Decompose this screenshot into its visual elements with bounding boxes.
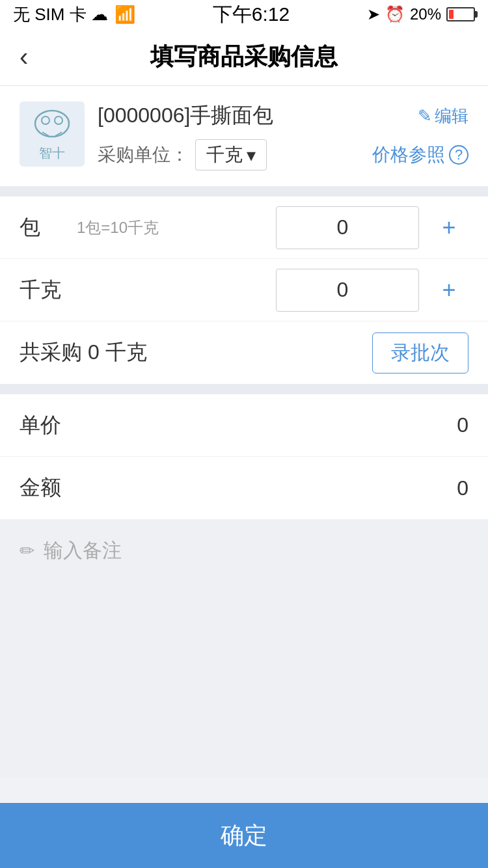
price-section: 单价 0 金额 0 — [0, 394, 488, 519]
kg-plus-button[interactable]: + — [429, 271, 468, 310]
divider-1 — [0, 186, 488, 197]
bag-input-row: 包 1包=10千克 + — [0, 197, 488, 259]
product-info: [0000006]手撕面包 ✎ 编辑 采购单位： 千克 ▾ — [98, 102, 468, 170]
divider-2 — [0, 384, 488, 394]
input-section: 包 1包=10千克 + 千克 + — [0, 197, 488, 321]
product-thumbnail: 智十 — [20, 102, 85, 167]
price-ref-label: 价格参照 — [372, 142, 445, 167]
bag-plus-icon: + — [442, 214, 455, 241]
kg-input-field: + — [72, 269, 468, 312]
unit-price-label: 单价 — [20, 411, 61, 440]
amount-row: 金额 0 — [0, 457, 488, 519]
price-ref-button[interactable]: 价格参照 ? — [372, 142, 468, 167]
product-name-row: [0000006]手撕面包 ✎ 编辑 — [98, 102, 468, 130]
kg-plus-icon: + — [442, 277, 455, 304]
page-title: 填写商品采购信息 — [150, 41, 338, 73]
unit-row: 采购单位： 千克 ▾ 价格参照 ? — [98, 139, 468, 170]
pencil-icon: ✏ — [20, 540, 34, 562]
remark-placeholder: 输入备注 — [44, 537, 122, 564]
confirm-button[interactable]: 确定 — [0, 803, 488, 868]
empty-space — [0, 582, 488, 778]
product-name: [0000006]手撕面包 — [98, 102, 273, 130]
unit-price-row: 单价 0 — [0, 394, 488, 457]
unit-label: 采购单位： — [98, 142, 189, 167]
batch-button[interactable]: 录批次 — [372, 332, 468, 373]
amount-label: 金额 — [20, 474, 61, 502]
dropdown-icon: ▾ — [247, 144, 256, 166]
unit-price-value: 0 — [457, 413, 468, 437]
summary-prefix: 共采购 — [20, 340, 82, 364]
price-ref-help-icon: ? — [449, 145, 468, 165]
battery-fill — [449, 10, 454, 19]
status-bar: 无 SIM 卡 ☁ 📶 下午6:12 ➤ ⏰ 20% — [0, 0, 488, 29]
edit-button[interactable]: ✎ 编辑 — [418, 105, 468, 128]
svg-point-2 — [55, 116, 62, 124]
summary-row: 共采购 0 千克 录批次 — [0, 321, 488, 384]
svg-point-1 — [42, 116, 49, 124]
edit-label: 编辑 — [435, 105, 468, 128]
battery-icon — [446, 7, 475, 21]
amount-value: 0 — [457, 476, 468, 500]
bag-quantity-input[interactable] — [276, 206, 419, 249]
bag-input-field: + — [159, 206, 468, 249]
scroll-content: 智十 [0000006]手撕面包 ✎ 编辑 采购单位： 千克 — [0, 86, 488, 803]
remark-section[interactable]: ✏ 输入备注 — [0, 519, 488, 582]
kg-quantity-input[interactable] — [276, 269, 419, 312]
bag-plus-button[interactable]: + — [429, 208, 468, 247]
page-wrapper: 无 SIM 卡 ☁ 📶 下午6:12 ➤ ⏰ 20% ‹ 填写商品采购信息 — [0, 0, 488, 868]
alarm-icon: ⏰ — [385, 5, 405, 23]
sim-label: 无 SIM 卡 ☁ — [13, 3, 108, 26]
status-right: ➤ ⏰ 20% — [367, 5, 475, 23]
unit-select[interactable]: 千克 ▾ — [195, 139, 267, 170]
summary-amount: 0 — [88, 340, 105, 364]
kg-input-row: 千克 + — [0, 259, 488, 321]
bag-sublabel: 1包=10千克 — [77, 217, 159, 238]
svg-point-0 — [35, 111, 69, 137]
bag-label: 包 — [20, 213, 72, 242]
back-button[interactable]: ‹ — [20, 42, 28, 72]
wifi-icon: 📶 — [115, 5, 135, 25]
status-time: 下午6:12 — [213, 1, 290, 28]
product-card: 智十 [0000006]手撕面包 ✎ 编辑 采购单位： 千克 — [0, 86, 488, 186]
summary-text: 共采购 0 千克 — [20, 338, 147, 367]
thumb-brand: 智十 — [33, 145, 72, 161]
status-left: 无 SIM 卡 ☁ 📶 — [13, 3, 135, 26]
product-thumb-text: 智十 — [33, 107, 72, 161]
battery-percent: 20% — [410, 5, 441, 23]
unit-value: 千克 — [206, 142, 243, 167]
nav-bar: ‹ 填写商品采购信息 — [0, 29, 488, 86]
kg-label: 千克 — [20, 276, 72, 305]
unit-selector-group: 采购单位： 千克 ▾ — [98, 139, 267, 170]
location-icon: ➤ — [367, 5, 380, 23]
summary-unit: 千克 — [105, 340, 147, 364]
edit-icon: ✎ — [418, 106, 432, 126]
back-icon: ‹ — [20, 42, 28, 72]
